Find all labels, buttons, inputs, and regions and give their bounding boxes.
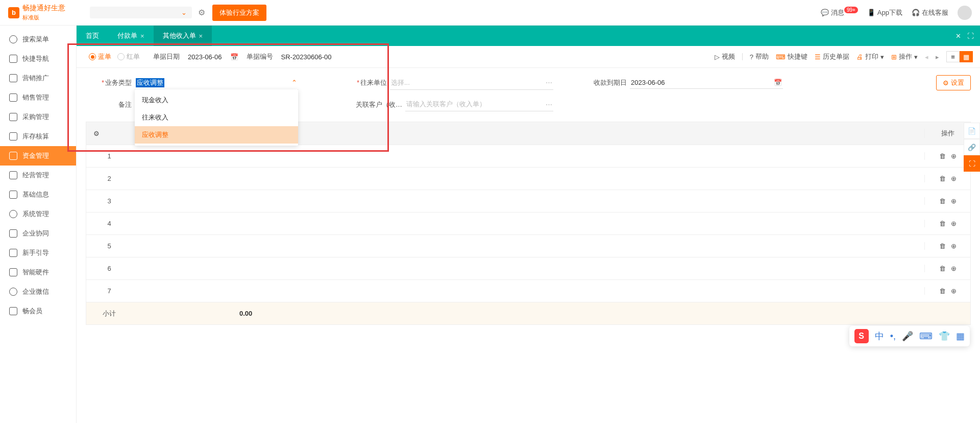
delete-icon[interactable]: 🗑: [939, 152, 946, 160]
delete-icon[interactable]: 🗑: [939, 242, 946, 250]
history-link[interactable]: ☰历史单据: [815, 52, 849, 61]
ime-menu-icon[interactable]: ▦: [956, 331, 965, 342]
chat-icon: 💬: [821, 9, 829, 16]
home-icon: [9, 55, 17, 63]
copy-icon[interactable]: ⊕: [951, 175, 957, 182]
sidebar-item-marketing[interactable]: 营销推广: [0, 68, 76, 88]
ime-mic-icon[interactable]: 🎤: [902, 331, 913, 342]
calendar-icon[interactable]: 📅: [230, 53, 238, 61]
print-link[interactable]: 🖨打印▾: [856, 52, 884, 61]
sidebar-item-purchase[interactable]: 采购管理: [0, 107, 76, 127]
docno-value: SR-20230606-00: [281, 53, 332, 61]
next-icon[interactable]: ▸: [936, 53, 939, 61]
sidebar-item-quicknav[interactable]: 快捷导航: [0, 49, 76, 68]
attachment-icon[interactable]: 🔗: [964, 139, 980, 155]
device-icon: [9, 268, 17, 276]
copy-icon[interactable]: ⊕: [951, 265, 957, 272]
tab-other-income[interactable]: 其他收入单×: [154, 26, 212, 46]
settings-button[interactable]: ⚙ 设置: [936, 75, 971, 90]
copy-icon[interactable]: ⊕: [951, 242, 957, 250]
team-icon: [9, 229, 17, 238]
biztype-select[interactable]: 应收调整 ⌃ 现金收入 往来收入 应收调整: [135, 76, 298, 90]
ime-skin-icon[interactable]: 👕: [939, 331, 950, 342]
view-card-button[interactable]: ▦: [960, 51, 973, 62]
shortcut-link[interactable]: ⌨快捷键: [776, 52, 807, 61]
sidebar: 搜索菜单 快捷导航 营销推广 销售管理 采购管理 库存核算 资金管理 经营管理 …: [0, 26, 77, 423]
sidebar-item-wechat[interactable]: 企业微信: [0, 282, 76, 301]
table-row[interactable]: 1🗑⊕: [86, 145, 970, 167]
video-link[interactable]: ▷视频: [715, 52, 735, 61]
tab-payment[interactable]: 付款单×: [108, 26, 154, 46]
close-icon[interactable]: ×: [140, 32, 144, 40]
sidebar-item-hardware[interactable]: 智能硬件: [0, 263, 76, 282]
delete-icon[interactable]: 🗑: [939, 175, 946, 182]
relcust-input[interactable]: 请输入关联客户（收入单） ⋯: [405, 98, 553, 111]
help-link[interactable]: ?帮助: [750, 52, 769, 61]
duedate-label: 收款到期日: [581, 78, 627, 87]
table-row[interactable]: 3🗑⊕: [86, 190, 970, 212]
org-selector[interactable]: ⌄: [90, 7, 192, 18]
settings-icon[interactable]: ⚙: [198, 8, 205, 17]
sidebar-item-search[interactable]: 搜索菜单: [0, 30, 76, 49]
expand-icon[interactable]: ⛶: [967, 32, 974, 40]
table-row[interactable]: 4🗑⊕: [86, 212, 970, 234]
close-icon[interactable]: ×: [199, 32, 203, 40]
sidebar-item-basic[interactable]: 基础信息: [0, 185, 76, 204]
copy-icon[interactable]: ⊕: [951, 197, 957, 205]
view-list-button[interactable]: ≡: [946, 51, 960, 62]
logo-text: 畅捷通好生意: [22, 4, 65, 13]
chevron-up-icon: ⌃: [291, 79, 297, 86]
gear-icon: ⚙: [943, 79, 949, 87]
app-download-link[interactable]: 📱 App下载: [867, 8, 902, 17]
dropdown-option-receivable[interactable]: 往来收入: [135, 109, 298, 126]
subtotal-label: 小计: [86, 309, 132, 318]
operations-link[interactable]: ⊞操作▾: [891, 52, 918, 61]
table-row[interactable]: 2🗑⊕: [86, 167, 970, 190]
date-value[interactable]: 2023-06-06: [188, 53, 222, 61]
copy-icon[interactable]: ⊕: [951, 220, 957, 227]
dropdown-option-cash[interactable]: 现金收入: [135, 91, 298, 109]
ime-logo-icon[interactable]: S: [854, 329, 869, 343]
table-row[interactable]: 5🗑⊕: [86, 234, 970, 257]
close-all-icon[interactable]: ✕: [955, 32, 961, 40]
ime-punct-icon[interactable]: •,: [890, 331, 896, 342]
cart-icon: [9, 93, 17, 102]
tab-home[interactable]: 首页: [77, 26, 108, 46]
unit-label: 往来单位: [360, 79, 387, 86]
unit-select[interactable]: 选择... ⋯: [390, 76, 553, 90]
sidebar-item-system[interactable]: 系统管理: [0, 204, 76, 224]
ime-keyboard-icon[interactable]: ⌨: [919, 331, 933, 342]
avatar[interactable]: [958, 6, 972, 20]
messages-link[interactable]: 💬 消息 99+: [821, 8, 858, 17]
delete-icon[interactable]: 🗑: [939, 197, 946, 205]
copy-icon[interactable]: ⊕: [951, 152, 957, 160]
trial-button[interactable]: 体验行业方案: [212, 5, 266, 21]
sidebar-item-operation[interactable]: 经营管理: [0, 166, 76, 185]
keyboard-icon: ⌨: [776, 53, 786, 61]
gear-icon: [9, 210, 17, 218]
radio-red[interactable]: 红单: [117, 52, 140, 61]
prev-icon[interactable]: ◂: [925, 53, 928, 61]
radio-blue[interactable]: 蓝单: [89, 52, 111, 61]
duedate-input[interactable]: 2023-06-06 📅: [630, 77, 783, 89]
docno-label: 单据编号: [247, 52, 273, 61]
delete-icon[interactable]: 🗑: [939, 265, 946, 272]
box-icon: [9, 132, 17, 140]
table-row[interactable]: 6🗑⊕: [86, 257, 970, 279]
sidebar-item-inventory[interactable]: 库存核算: [0, 127, 76, 146]
copy-icon[interactable]: ⊕: [951, 287, 957, 295]
dropdown-option-adjust[interactable]: 应收调整: [135, 126, 298, 144]
sidebar-item-sales[interactable]: 销售管理: [0, 88, 76, 107]
table-row[interactable]: 7🗑⊕: [86, 279, 970, 302]
sidebar-item-guide[interactable]: 新手引导: [0, 243, 76, 263]
sidebar-item-vip[interactable]: 畅会员: [0, 301, 76, 321]
sidebar-item-collab[interactable]: 企业协同: [0, 224, 76, 243]
ime-lang[interactable]: 中: [875, 330, 884, 342]
delete-icon[interactable]: 🗑: [939, 220, 946, 227]
table-settings-icon[interactable]: ⚙: [86, 130, 107, 137]
delete-icon[interactable]: 🗑: [939, 287, 946, 295]
support-link[interactable]: 🎧 在线客服: [912, 8, 948, 17]
expand-tool-icon[interactable]: ⛶: [964, 155, 980, 172]
note-icon[interactable]: 📄: [964, 123, 980, 139]
sidebar-item-fund[interactable]: 资金管理: [0, 146, 76, 166]
